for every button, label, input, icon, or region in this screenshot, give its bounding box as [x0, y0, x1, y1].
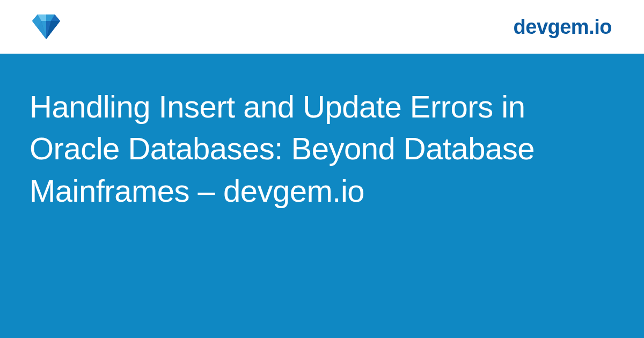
- hero-section: Handling Insert and Update Errors in Ora…: [0, 54, 644, 338]
- brand-text: devgem.io: [514, 16, 612, 39]
- gem-icon: [32, 13, 60, 41]
- hero-title: Handling Insert and Update Errors in Ora…: [30, 86, 555, 212]
- header: devgem.io: [0, 0, 644, 54]
